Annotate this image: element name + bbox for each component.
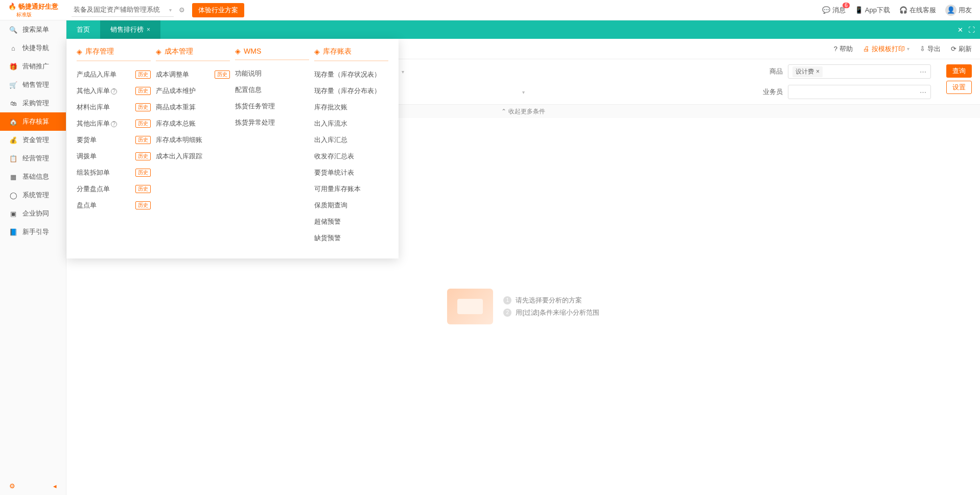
logo-icon: 🔥 <box>8 3 16 10</box>
messages-link[interactable]: 💬 消息 6 <box>822 6 846 15</box>
chevron-down-icon: ▾ <box>169 7 172 13</box>
system-select-value: 装备及固定资产辅助管理系统 <box>74 5 160 14</box>
service-label: 在线客服 <box>909 6 936 15</box>
user-name: 用友 <box>959 6 972 15</box>
experience-button[interactable]: 体验行业方案 <box>192 3 244 17</box>
messages-badge: 6 <box>843 3 850 8</box>
app-download-link[interactable]: 📱 App下载 <box>855 6 890 15</box>
logo-brand: 🔥 畅捷通好生意 <box>8 2 58 11</box>
service-link[interactable]: 🎧 在线客服 <box>899 6 936 15</box>
system-select[interactable]: 装备及固定资产辅助管理系统 ▾ <box>72 4 174 17</box>
header-right: 💬 消息 6 📱 App下载 🎧 在线客服 👤 用友 <box>822 5 972 16</box>
header: 🔥 畅捷通好生意 标准版 装备及固定资产辅助管理系统 ▾ ⚙ 体验行业方案 💬 … <box>0 0 980 20</box>
app-download-label: App下载 <box>865 6 890 15</box>
gear-icon[interactable]: ⚙ <box>179 6 185 14</box>
headset-icon: 🎧 <box>899 6 907 14</box>
user-menu[interactable]: 👤 用友 <box>945 5 972 16</box>
logo: 🔥 畅捷通好生意 标准版 <box>8 2 66 18</box>
phone-icon: 📱 <box>855 6 863 14</box>
logo-edition: 标准版 <box>16 11 32 18</box>
logo-brand-text: 畅捷通好生意 <box>18 2 58 11</box>
message-icon: 💬 <box>822 6 830 14</box>
avatar-icon: 👤 <box>945 5 956 16</box>
